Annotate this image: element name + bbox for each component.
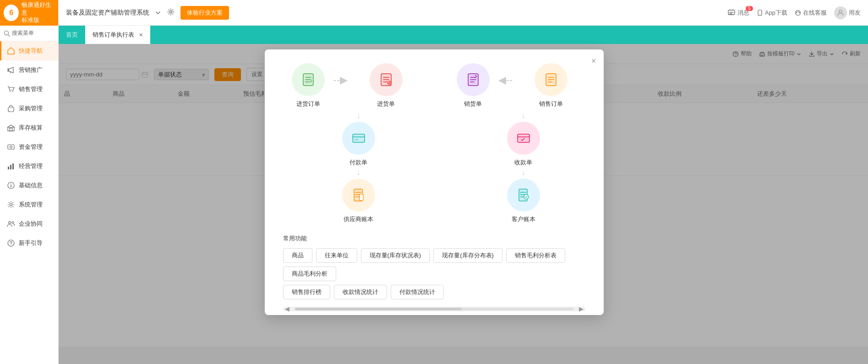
sidebar-item-marketing[interactable]: 营销推广: [0, 60, 58, 80]
arrow-sales-order-to-sales: ◀ - -: [498, 74, 512, 86]
flow-circle-customer-account: [507, 179, 540, 212]
svg-point-8: [10, 146, 12, 148]
app-header: 装备及固定资产辅助管理系统 体验行业方案 5 消息 App下载: [59, 0, 868, 26]
sidebar-item-home[interactable]: 快捷导航: [0, 41, 58, 60]
common-functions: 常用功能 商品 往来单位 现存量(库存状况表) 现存量(库存分布表) 销售毛利分…: [283, 234, 585, 299]
scroll-right-icon[interactable]: ▶: [577, 305, 585, 312]
func-btn-stock-status[interactable]: 现存量(库存状况表): [361, 248, 430, 263]
svg-point-16: [9, 222, 11, 224]
svg-point-23: [759, 14, 760, 15]
sidebar-item-operations[interactable]: 经营管理: [0, 157, 58, 176]
logo-icon: 6: [4, 5, 19, 21]
tab-sales-order[interactable]: 销售订单执行表 ✕: [85, 26, 150, 44]
home-icon: [7, 47, 15, 55]
func-btn-product-profit[interactable]: 商品毛利分析: [283, 266, 336, 281]
func-btns-row1: 商品 往来单位 现存量(库存状况表) 现存量(库存分布表) 销售毛利分析表 商品…: [283, 248, 585, 281]
megaphone-icon: [7, 66, 15, 74]
sidebar-nav: 快捷导航 营销推广 销售管理 采购管理: [0, 41, 58, 364]
flow-circle-sales: [457, 63, 490, 96]
sidebar-item-sales[interactable]: 销售管理: [0, 80, 58, 99]
logo-number: 6: [9, 9, 13, 17]
sidebar-item-label-guide: 新手引导: [19, 239, 43, 247]
svg-rect-5: [8, 127, 14, 131]
svg-rect-6: [10, 128, 12, 131]
search-menu-label: 搜索菜单: [12, 29, 34, 37]
func-btns-row2: 销售排行榜 收款情况统计 付款情况统计: [283, 285, 585, 299]
tab-sales-order-label: 销售订单执行表: [93, 31, 134, 39]
sidebar-item-basic[interactable]: 基础信息: [0, 176, 58, 195]
flow-node-purchase: 进货单: [361, 63, 411, 108]
svg-rect-4: [8, 107, 14, 112]
sidebar-item-label-inventory: 库存核算: [19, 124, 43, 132]
user-btn[interactable]: 用友: [834, 6, 861, 19]
sidebar-item-inventory[interactable]: 库存核算: [0, 118, 58, 137]
chevron-down-icon: [155, 10, 161, 16]
system-dropdown[interactable]: [155, 10, 161, 16]
sidebar: 6 畅康通好生意 标准版 搜索菜单 快捷导航 营销推广: [0, 0, 59, 364]
func-btn-sales-rank[interactable]: 销售排行榜: [283, 285, 330, 299]
sidebar-item-label-home: 快捷导航: [19, 47, 43, 55]
svg-point-3: [12, 91, 13, 92]
svg-rect-40: [360, 194, 363, 201]
arrow-purchase-to-payment: ↓: [357, 112, 360, 120]
sidebar-item-enterprise[interactable]: 企业协同: [0, 214, 58, 234]
scroll-left-icon[interactable]: ◀: [283, 305, 291, 312]
flow-label-receipt: 收款单: [514, 158, 532, 167]
settings-icon-btn[interactable]: [167, 8, 175, 17]
header-right: 5 消息 App下载 在线客服: [727, 6, 861, 19]
func-btn-payment-stats[interactable]: 付款情况统计: [391, 285, 444, 299]
modal-close-btn[interactable]: ×: [591, 57, 596, 65]
svg-rect-9: [8, 167, 9, 169]
func-btn-counterparty[interactable]: 往来单位: [316, 248, 357, 263]
arrow-receipt-to-customer: ↓: [522, 168, 525, 177]
arrow-sales-to-receipt: ↓: [522, 112, 525, 120]
sidebar-item-purchase[interactable]: 采购管理: [0, 99, 58, 118]
quick-nav-modal: × 进货订单 - - ▶: [265, 49, 604, 315]
user-name: 用友: [849, 9, 861, 17]
func-btn-receipt-stats[interactable]: 收款情况统计: [334, 285, 387, 299]
svg-point-26: [799, 12, 800, 13]
sidebar-item-label-marketing: 营销推广: [19, 66, 43, 74]
message-btn[interactable]: 5 消息: [727, 9, 749, 17]
settings-icon: [7, 201, 15, 209]
team-icon: [7, 220, 15, 228]
logo-line2: 标准版: [22, 16, 55, 24]
svg-point-25: [796, 12, 797, 13]
app-download-btn[interactable]: App下载: [757, 9, 787, 17]
svg-point-20: [170, 11, 172, 13]
avatar: [834, 6, 847, 19]
gear-icon: [167, 8, 175, 16]
tab-close-icon[interactable]: ✕: [139, 32, 143, 38]
func-btn-stock-dist[interactable]: 现存量(库存分布表): [433, 248, 502, 263]
svg-rect-7: [8, 145, 14, 149]
flow-node-sales: 销货单: [448, 63, 498, 108]
info-icon: [7, 181, 15, 190]
sidebar-item-label-basic: 基础信息: [19, 181, 43, 190]
func-btn-product[interactable]: 商品: [283, 248, 312, 263]
arrow-purchase-order-to-purchase: - - ▶: [333, 74, 347, 86]
online-service-btn[interactable]: 在线客服: [795, 9, 827, 17]
sidebar-logo: 6 畅康通好生意 标准版: [0, 0, 58, 26]
sidebar-item-label-enterprise: 企业协同: [19, 220, 43, 228]
system-title: 装备及固定资产辅助管理系统: [66, 9, 149, 17]
app-download-label: App下载: [765, 9, 787, 17]
svg-point-27: [839, 10, 842, 13]
flow-label-supplier-account: 供应商账本: [344, 215, 373, 223]
flow-circle-receipt: [507, 122, 540, 155]
tab-home[interactable]: 首页: [59, 26, 85, 44]
message-icon: [727, 9, 736, 17]
sidebar-item-system[interactable]: 系统管理: [0, 195, 58, 214]
svg-point-19: [11, 244, 11, 245]
user-icon: [837, 9, 844, 16]
experience-btn[interactable]: 体验行业方案: [180, 6, 229, 20]
tabbar: 首页 销售订单执行表 ✕: [59, 26, 868, 44]
scrollbar-thumb[interactable]: [295, 308, 462, 310]
sidebar-item-label-purchase: 采购管理: [19, 104, 43, 113]
warehouse-icon: [7, 124, 15, 132]
sidebar-search[interactable]: 搜索菜单: [0, 26, 58, 41]
sidebar-item-guide[interactable]: 新手引导: [0, 234, 58, 253]
svg-rect-37: [353, 134, 365, 142]
flow-label-customer-account: 客户账本: [512, 215, 535, 223]
func-btn-sales-profit[interactable]: 销售毛利分析表: [506, 248, 565, 263]
sidebar-item-finance[interactable]: 资金管理: [0, 137, 58, 157]
